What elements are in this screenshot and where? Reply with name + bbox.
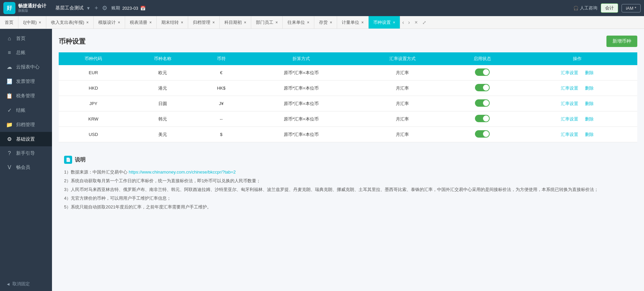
tab-template-close[interactable]: × xyxy=(118,20,120,25)
cell-calc: 原币*汇率=本位币 xyxy=(245,111,357,127)
page-content: 币种设置 新增币种 币种代码 币种名称 币符 折算方式 汇率设置方式 启用状态 … xyxy=(52,29,644,291)
tab-currency[interactable]: 币种设置 × xyxy=(369,16,400,29)
tab-income[interactable]: 收入支出表(年报) × xyxy=(46,16,94,29)
home-icon: ⌂ xyxy=(6,36,13,42)
tab-period[interactable]: ξ(中期) × xyxy=(18,16,46,29)
rate-setting-link[interactable]: 汇率设置 xyxy=(561,86,578,91)
notice-item: 3）人民币对马来西亚林吉特、俄罗斯卢布、南非兰特、韩元、阿联酋迪拉姆、沙特里亚尔… xyxy=(64,185,632,194)
sidebar-item-home[interactable]: ⌂ 首页 xyxy=(0,32,52,46)
sidebar-item-archive[interactable]: 📁 归档管理 xyxy=(0,117,52,132)
rate-setting-link[interactable]: 汇率设置 xyxy=(561,132,578,137)
notice-section: 📄 说明 1）数据来源：中国外汇交易中心 https://www.chinamo… xyxy=(59,150,637,217)
workspace-dropdown-icon[interactable]: ▼ xyxy=(86,6,91,11)
tab-tax[interactable]: 税表清册 × xyxy=(125,16,157,29)
cell-name: 港元 xyxy=(128,81,198,96)
workspace-name[interactable]: 基层工会测试 xyxy=(55,5,84,11)
notice-text: 4）无官方牌价的币种，可以用用户手工维护汇率信息； xyxy=(64,194,171,203)
delete-link[interactable]: 删除 xyxy=(585,132,594,137)
sidebar-home-label: 首页 xyxy=(16,36,25,42)
sidebar-item-reports[interactable]: ☁ 云报表中心 xyxy=(0,60,52,74)
consult-button[interactable]: 🎧 人工咨询 xyxy=(573,5,597,11)
sidebar-member-label: 畅会员 xyxy=(16,164,30,171)
notice-title-text: 说明 xyxy=(75,156,86,163)
notice-text: 1）数据来源：中国外汇交易中心 https://www.chinamoney.c… xyxy=(64,168,236,177)
tab-archive-close[interactable]: × xyxy=(212,20,215,25)
tab-prev-btn[interactable]: ‹ xyxy=(400,16,406,29)
tab-expand-btn[interactable]: ⤢ xyxy=(420,16,428,29)
tab-template[interactable]: 模版设计 × xyxy=(94,16,125,29)
col-action: 操作 xyxy=(517,52,637,65)
sidebar-ledger-label: 总账 xyxy=(16,50,25,56)
tab-dept[interactable]: 部门员工 × xyxy=(251,16,283,29)
tab-income-close[interactable]: × xyxy=(86,20,89,25)
consult-label: 人工咨询 xyxy=(580,5,597,11)
cell-name: 日圆 xyxy=(128,96,198,111)
tab-archive[interactable]: 归档管理 × xyxy=(188,16,220,29)
sidebar-item-checkout[interactable]: ✓ 结账 xyxy=(0,103,52,117)
tab-period-close[interactable]: × xyxy=(39,20,41,25)
settings-gear-icon[interactable]: ⚙ xyxy=(102,4,107,12)
tab-currency-close[interactable]: × xyxy=(393,20,395,25)
tab-close-all-btn[interactable]: × xyxy=(412,16,420,29)
tab-unit-close[interactable]: × xyxy=(361,20,364,25)
tab-unit[interactable]: 计量单位 × xyxy=(337,16,369,29)
delete-link[interactable]: 删除 xyxy=(585,116,594,122)
rate-setting-link[interactable]: 汇率设置 xyxy=(561,101,578,106)
cell-action: 汇率设置 删除 xyxy=(517,127,637,142)
delete-link[interactable]: 删除 xyxy=(585,101,594,106)
tab-inventory-close[interactable]: × xyxy=(330,20,332,25)
tab-dept-label: 部门员工 xyxy=(256,19,273,26)
sidebar-item-tax[interactable]: 📋 税务管理 xyxy=(0,89,52,103)
top-right-area: 🎧 人工咨询 会计 iAM * xyxy=(573,3,641,13)
toggle-switch[interactable] xyxy=(475,130,490,138)
cell-status xyxy=(448,65,517,81)
sidebar-invoice-label: 发票管理 xyxy=(16,79,35,85)
toggle-switch[interactable] xyxy=(475,115,490,122)
toggle-switch[interactable] xyxy=(475,68,490,76)
delete-link[interactable]: 删除 xyxy=(585,86,594,91)
pin-icon: ◄ xyxy=(6,282,10,287)
period-label: 账期 xyxy=(111,5,120,11)
iam-button[interactable]: iAM * xyxy=(622,4,641,12)
sidebar-item-guide[interactable]: ? 新手引导 xyxy=(0,146,52,160)
tab-tax-close[interactable]: × xyxy=(149,20,152,25)
tab-inventory-label: 存货 xyxy=(319,19,328,26)
cell-calc: 原币*汇率=本位币 xyxy=(245,81,357,96)
cell-rate-type: 月汇率 xyxy=(357,81,448,96)
table-row: KRW 韩元 -- 原币*汇率=本位币 月汇率 汇率设置 删除 xyxy=(59,111,637,127)
cell-symbol: HK$ xyxy=(197,81,245,96)
cell-symbol: $ xyxy=(197,127,245,142)
rate-setting-link[interactable]: 汇率设置 xyxy=(561,116,578,122)
tab-contacts-label: 往来单位 xyxy=(287,19,305,26)
tab-contacts[interactable]: 往来单位 × xyxy=(283,16,314,29)
new-currency-button[interactable]: 新增币种 xyxy=(606,36,637,47)
workspace-area: 基层工会测试 ▼ + ⚙ 账期 2023-03 📅 xyxy=(55,4,573,12)
cell-name: 韩元 xyxy=(128,111,198,127)
sidebar-item-ledger[interactable]: ≡ 总账 xyxy=(0,46,52,60)
add-workspace-btn[interactable]: + xyxy=(95,5,98,12)
tab-dept-close[interactable]: × xyxy=(275,20,278,25)
notice-link[interactable]: https://www.chinamoney.com.cn/chinese/bk… xyxy=(129,169,236,175)
tab-contacts-close[interactable]: × xyxy=(307,20,309,25)
calendar-icon[interactable]: 📅 xyxy=(140,6,146,11)
cell-symbol: € xyxy=(197,65,245,81)
tab-period-end[interactable]: 期末结转 × xyxy=(157,16,188,29)
toggle-switch[interactable] xyxy=(475,84,490,91)
tab-next-btn[interactable]: › xyxy=(406,16,412,29)
sidebar-item-settings[interactable]: ⚙ 基础设置 xyxy=(0,132,52,146)
notice-text: 5）系统只能自动抓取2021年度后的汇率，之前年度汇率需要用户手工维护。 xyxy=(64,203,211,211)
tab-period-end-close[interactable]: × xyxy=(181,20,183,25)
sidebar-item-member[interactable]: V 畅会员 xyxy=(0,160,52,175)
cell-name: 美元 xyxy=(128,127,198,142)
tab-subject-close[interactable]: × xyxy=(244,20,246,25)
toggle-switch[interactable] xyxy=(475,99,490,107)
account-button[interactable]: 会计 xyxy=(601,3,618,13)
sidebar-item-invoice[interactable]: 🧾 发票管理 xyxy=(0,74,52,89)
notice-text: 2）系统自动获取每月第一个工作日的汇率标价，统一为直接标价法，即1外币可以兑换的… xyxy=(64,177,261,185)
tab-subject[interactable]: 科目期初 × xyxy=(220,16,251,29)
tab-home[interactable]: 首页 xyxy=(0,16,18,29)
sidebar-pin-toggle[interactable]: ◄ 取消固定 xyxy=(0,277,52,291)
tab-inventory[interactable]: 存货 × xyxy=(314,16,337,29)
rate-setting-link[interactable]: 汇率设置 xyxy=(561,70,578,75)
delete-link[interactable]: 删除 xyxy=(585,70,594,75)
